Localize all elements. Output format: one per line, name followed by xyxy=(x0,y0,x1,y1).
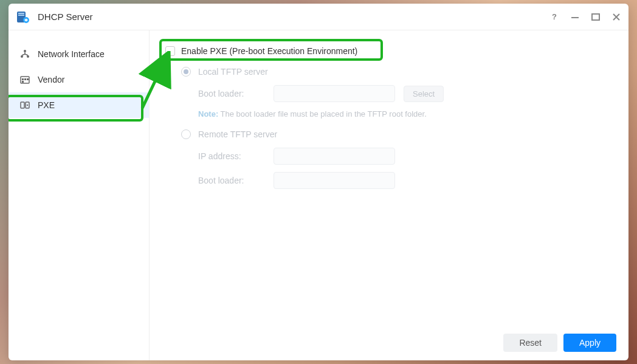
local-tftp-row[interactable]: Local TFTP server xyxy=(181,67,613,77)
remote-tftp-label: Remote TFTP server xyxy=(198,129,277,139)
svg-point-8 xyxy=(21,55,23,58)
boot-loader-row: Boot loader: Select xyxy=(198,85,613,102)
sidebar-item-network-interface[interactable]: Network Interface xyxy=(9,41,149,67)
footer-buttons: Reset Apply xyxy=(503,334,616,352)
sidebar-item-pxe[interactable]: PXE xyxy=(9,92,149,118)
svg-rect-1 xyxy=(18,13,24,14)
app-icon xyxy=(16,10,30,24)
svg-rect-5 xyxy=(571,17,579,18)
svg-rect-6 xyxy=(592,14,599,20)
sidebar-item-label: Vendor xyxy=(38,75,64,84)
local-tftp-radio[interactable] xyxy=(181,67,191,77)
boot-loader2-row: Boot loader: xyxy=(198,172,613,189)
note-prefix: Note: xyxy=(198,109,218,118)
close-icon[interactable] xyxy=(611,12,621,22)
remote-tftp-radio[interactable] xyxy=(181,129,191,139)
svg-rect-12 xyxy=(24,78,26,80)
dhcp-server-window: DHCP Server ? Network Interface Vendor xyxy=(9,4,628,360)
note-row: Note: The boot loader file must be place… xyxy=(198,109,613,118)
svg-rect-14 xyxy=(22,81,24,83)
svg-rect-11 xyxy=(22,78,24,80)
ip-address-label: IP address: xyxy=(198,151,265,161)
svg-rect-2 xyxy=(18,15,24,16)
pxe-icon xyxy=(19,100,30,111)
svg-rect-15 xyxy=(21,102,24,108)
sidebar-item-vendor[interactable]: Vendor xyxy=(9,67,149,92)
note-text: The boot loader file must be placed in t… xyxy=(221,109,427,118)
svg-point-7 xyxy=(24,50,26,52)
svg-text:?: ? xyxy=(552,13,557,21)
sidebar-item-label: Network Interface xyxy=(38,49,105,59)
boot-loader-input[interactable] xyxy=(274,85,395,102)
sidebar: Network Interface Vendor PXE xyxy=(9,30,150,360)
remote-tftp-row[interactable]: Remote TFTP server xyxy=(181,129,613,139)
vendor-icon xyxy=(19,74,30,85)
pxe-options: Local TFTP server Boot loader: Select No… xyxy=(181,67,613,189)
enable-pxe-label: Enable PXE (Pre-boot Execution Environme… xyxy=(181,46,357,56)
window-body: Network Interface Vendor PXE Enable PXE … xyxy=(9,30,628,360)
reset-button[interactable]: Reset xyxy=(503,334,557,352)
window-controls: ? xyxy=(549,12,621,22)
svg-rect-13 xyxy=(27,78,29,80)
enable-pxe-checkbox[interactable] xyxy=(165,46,175,56)
titlebar: DHCP Server ? xyxy=(9,4,628,30)
enable-pxe-row[interactable]: Enable PXE (Pre-boot Execution Environme… xyxy=(165,46,613,56)
ip-address-input[interactable] xyxy=(274,148,395,165)
svg-point-17 xyxy=(27,105,28,106)
network-icon xyxy=(19,49,30,60)
select-button[interactable]: Select xyxy=(404,86,444,102)
boot-loader-label: Boot loader: xyxy=(198,89,265,98)
boot-loader2-label: Boot loader: xyxy=(198,176,265,185)
local-tftp-label: Local TFTP server xyxy=(198,67,268,77)
minimize-icon[interactable] xyxy=(570,12,580,22)
window-title: DHCP Server xyxy=(38,12,93,22)
boot-loader2-input[interactable] xyxy=(274,172,395,189)
sidebar-item-label: PXE xyxy=(38,100,55,110)
maximize-icon[interactable] xyxy=(591,12,601,22)
ip-address-row: IP address: xyxy=(198,148,613,165)
content-pane: Enable PXE (Pre-boot Execution Environme… xyxy=(150,30,628,360)
svg-point-9 xyxy=(27,55,29,58)
apply-button[interactable]: Apply xyxy=(563,334,616,352)
help-icon[interactable]: ? xyxy=(549,12,559,22)
